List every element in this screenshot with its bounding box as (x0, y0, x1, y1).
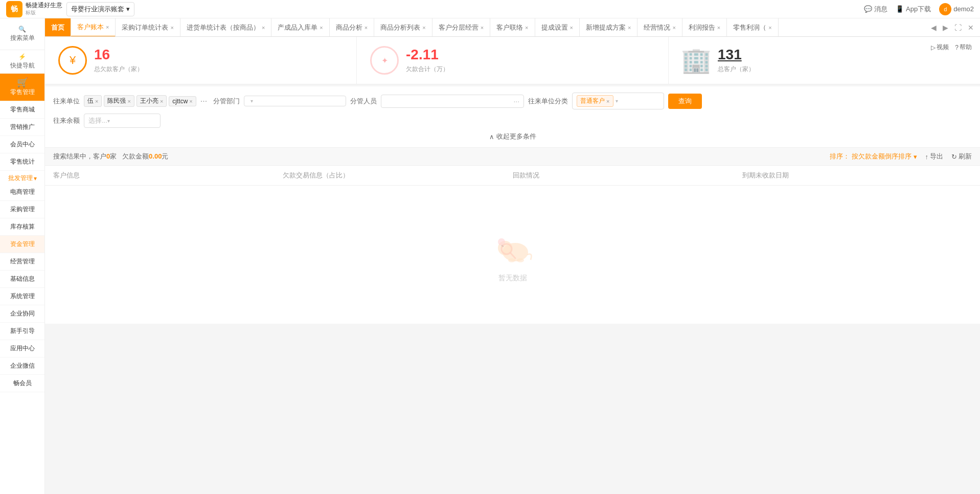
stat-info-total: 131 总客户（家） (718, 48, 755, 74)
sort-label: 按欠款金额倒序排序 (852, 152, 911, 161)
user-btn[interactable]: d demo2 (939, 3, 974, 15)
tab-customer-debt[interactable]: 客户账本 × (71, 18, 116, 37)
tab-customer-connect-close[interactable]: × (525, 25, 528, 31)
sidebar-item-member-center[interactable]: 会员中心 (0, 136, 44, 153)
messages-btn[interactable]: 💬 消息 (864, 5, 887, 14)
tab-product-warehousing[interactable]: 产成品入库单 × (271, 18, 329, 37)
sys-mgmt-label: 系统管理 (10, 292, 35, 301)
tab-profit-report-close[interactable]: × (717, 25, 720, 31)
sidebar-item-marketing[interactable]: 营销推广 (0, 119, 44, 136)
tab-home[interactable]: 首页 (45, 18, 71, 37)
tab-customer-debt-close[interactable]: × (106, 24, 109, 30)
quick-nav-btn[interactable]: ⚡ 快捷导航 (0, 50, 44, 74)
tab-profit-report-label: 利润报告 (689, 23, 715, 32)
sidebar-item-ecom-mgmt[interactable]: 电商管理 (0, 184, 44, 201)
sidebar-item-capital-mgmt[interactable]: 资金管理 (0, 236, 44, 253)
username-label: demo2 (953, 5, 974, 13)
unit-type-filter-select[interactable]: 普通客户 × ▾ (572, 93, 664, 109)
sidebar-item-enterprise-wechat[interactable]: 企业微信 (0, 357, 44, 375)
tab-customer-segment[interactable]: 客户分层经营 × (432, 18, 490, 37)
user-avatar: d (939, 3, 951, 15)
sidebar-item-zero-retail-mgmt[interactable]: 🛒 零售管理 (0, 74, 44, 101)
unit-tag-wang-close[interactable]: × (160, 98, 163, 104)
tab-new-raise-plan-close[interactable]: × (628, 25, 631, 31)
sidebar-item-sys-mgmt[interactable]: 系统管理 (0, 288, 44, 305)
dept-filter-select[interactable]: ▾ (244, 96, 346, 106)
tab-product-warehousing-close[interactable]: × (320, 25, 323, 31)
sidebar-item-ops-mgmt[interactable]: 经营管理 (0, 253, 44, 271)
tabs-next-btn[interactable]: ▶ (941, 23, 950, 33)
customers-circle-icon: ¥ (58, 46, 87, 75)
enterprise-collab-label: 企业协同 (10, 309, 35, 318)
person-ellipsis-icon[interactable]: ··· (513, 97, 519, 105)
tab-customer-connect[interactable]: 客户联络 × (490, 18, 535, 37)
sidebar-item-app-center[interactable]: 应用中心 (0, 340, 44, 357)
unit-type-tag-close[interactable]: × (606, 98, 609, 104)
refresh-icon: ↻ (951, 153, 957, 161)
account-selector[interactable]: 母婴行业演示账套 ▾ (66, 2, 134, 16)
wholesale-mgmt-group[interactable]: 批发管理 ▾ (0, 171, 44, 184)
sidebar-item-new-guide[interactable]: 新手引导 (0, 323, 44, 340)
app-download-btn[interactable]: 📱 App下载 (896, 5, 931, 14)
balance-filter-select[interactable]: 选择... ▾ (84, 114, 161, 128)
tab-ops-situation[interactable]: 经营情况 × (637, 18, 682, 37)
zero-retail-icon: 🛒 (17, 78, 28, 87)
unit-tag-chen: 陈民强 × (104, 95, 134, 107)
balance-filter-label: 往来余额 (53, 116, 80, 125)
page-content: ¥ 16 总欠款客户（家） ✦ -2.11 欠款合计（万） (45, 37, 980, 494)
sidebar-item-enterprise-collab[interactable]: 企业协同 (0, 305, 44, 323)
tab-retail-profit-close[interactable]: × (768, 25, 771, 31)
collapse-btn[interactable]: ∧ 收起更多条件 (489, 132, 536, 141)
tab-retail-profit[interactable]: 零售利润（ × (727, 18, 778, 37)
tab-profit-report[interactable]: 利润报告 × (682, 18, 727, 37)
tab-product-warehousing-label: 产成品入库单 (278, 23, 317, 32)
sidebar-item-vip-member[interactable]: 畅会员 (0, 375, 44, 392)
sidebar-item-zero-stats[interactable]: 零售统计 (0, 153, 44, 171)
account-name: 母婴行业演示账套 (71, 5, 124, 14)
purchase-mgmt-label: 采购管理 (10, 205, 35, 214)
account-chevron-icon: ▾ (126, 5, 130, 13)
query-btn[interactable]: 查询 (668, 94, 702, 109)
tab-product-analysis-list-close[interactable]: × (422, 25, 425, 31)
tab-purchase-order-stats-close[interactable]: × (170, 25, 173, 31)
tabs-close-all-btn[interactable]: ✕ (966, 23, 976, 33)
tab-raise-settings[interactable]: 提成设置 × (535, 18, 580, 37)
stat-icon-total: 🏢 (681, 45, 712, 76)
unit-tag-chen-close[interactable]: × (127, 98, 130, 104)
tab-raise-settings-close[interactable]: × (570, 25, 573, 31)
sidebar-item-basic-info[interactable]: 基础信息 (0, 271, 44, 288)
search-menu-label: 搜索菜单 (10, 34, 35, 42)
person-filter-select[interactable]: ··· (381, 95, 524, 108)
sort-select[interactable]: 排序： 按欠款金额倒序排序 ▾ (830, 152, 917, 161)
export-btn[interactable]: ↑ 导出 (925, 152, 944, 161)
main-layout: 🔍 搜索菜单 ⚡ 快捷导航 🛒 零售管理 零售商城 营销推广 会员中心 零售统计… (0, 18, 980, 494)
filter-area: 往来单位 伍 × 陈民强 × 王小亮 × (45, 86, 980, 148)
tab-product-analysis-list[interactable]: 商品分析列表 × (374, 18, 432, 37)
tab-customer-segment-close[interactable]: × (481, 25, 484, 31)
sidebar-item-stock-check[interactable]: 库存核算 (0, 218, 44, 236)
video-btn[interactable]: ▷ 视频 (931, 43, 949, 52)
video-label: 视频 (937, 43, 949, 52)
help-btn[interactable]: ? 帮助 (955, 43, 972, 52)
unit-tag-wu-close[interactable]: × (95, 98, 98, 104)
tab-purchase-stats-by-product[interactable]: 进货单统计表（按商品） × (180, 18, 271, 37)
tabs-fullscreen-btn[interactable]: ⛶ (952, 23, 964, 33)
search-menu-btn[interactable]: 🔍 搜索菜单 (3, 23, 41, 46)
sidebar-item-zero-mall[interactable]: 零售商城 (0, 101, 44, 119)
tab-product-analysis-close[interactable]: × (364, 25, 368, 31)
unit-tag-wang: 王小亮 × (136, 95, 167, 107)
tab-new-raise-plan[interactable]: 新增提成方案 × (580, 18, 637, 37)
quick-nav-label: 快捷导航 (10, 61, 35, 70)
refresh-btn[interactable]: ↻ 刷新 (951, 152, 972, 161)
tab-product-analysis[interactable]: 商品分析 × (330, 18, 374, 37)
stat-icon-debt: ✦ (369, 45, 400, 76)
sidebar-item-purchase-mgmt[interactable]: 采购管理 (0, 201, 44, 218)
tabs-prev-btn[interactable]: ◀ (929, 23, 939, 33)
tab-ops-situation-close[interactable]: × (672, 25, 675, 31)
tab-purchase-stats-close[interactable]: × (262, 25, 265, 31)
tab-purchase-order-stats-label: 采购订单统计表 (122, 23, 168, 32)
unit-tags-more-btn[interactable]: ··· (198, 96, 209, 107)
tab-purchase-order-stats[interactable]: 采购订单统计表 × (116, 18, 180, 37)
export-label: 导出 (930, 152, 943, 161)
unit-tag-cjttcw-close[interactable]: × (189, 98, 192, 104)
